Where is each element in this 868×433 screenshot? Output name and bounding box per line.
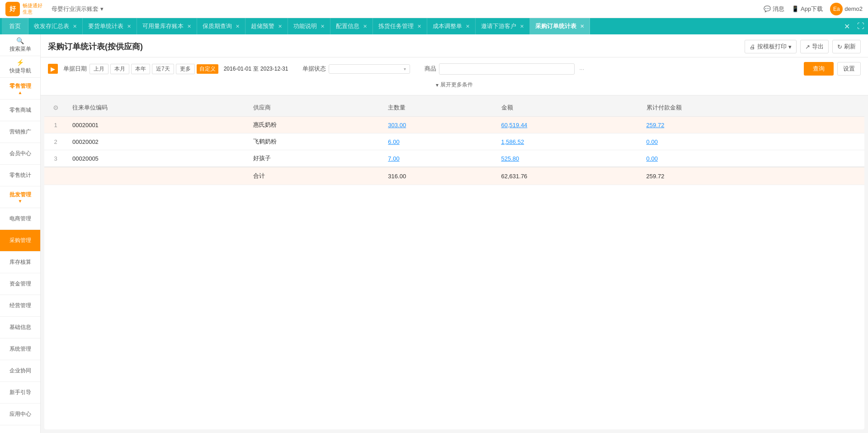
tab-home-label: 首页: [9, 22, 21, 30]
expand-more-btn[interactable]: ▾ 展开更多条件: [434, 79, 475, 90]
col-extra: [822, 99, 864, 117]
date-custom-label[interactable]: 自定义: [197, 64, 218, 74]
sidebar-item-label: 批发管理: [9, 191, 31, 199]
tab-home[interactable]: 首页: [2, 18, 28, 34]
col-paid: 累计付款金额: [641, 99, 822, 117]
sidebar-item-operation[interactable]: 经营管理: [0, 295, 40, 317]
chevron-up-icon: ▲: [18, 90, 23, 95]
tab-order-summary[interactable]: 要货单统计表 ✕: [83, 18, 137, 34]
query-button[interactable]: 查询: [804, 62, 834, 76]
expand-more-row: ▾ 展开更多条件: [48, 79, 861, 90]
sidebar-item-label: 经营管理: [9, 302, 31, 309]
date-filter-item: 单据日期 上月 本月 本年 近7天 更多 自定义: [63, 64, 218, 74]
row-paid: 0.00: [641, 150, 822, 167]
date-btn-more[interactable]: 更多: [176, 64, 195, 74]
chevron-down-icon: ▾: [404, 67, 406, 71]
sidebar-item-enterprise-wx[interactable]: 企业微信: [0, 425, 40, 433]
goods-filter-label: 商品: [425, 65, 436, 73]
breadcrumb-text[interactable]: 母婴行业演示账套 ▾: [52, 5, 104, 13]
table-row: 3 00020005 好孩子 7.00 525.80 0.00: [44, 150, 864, 167]
page-header: 采购订单统计表(按供应商) 🖨 按模板打印 ▾ ↗ 导出 ↻ 刷新: [41, 34, 868, 57]
sidebar-item-quick-nav[interactable]: ⚡ 快捷导航: [0, 56, 40, 78]
sidebar-item-new-guide[interactable]: 新手引导: [0, 382, 40, 404]
filter-row-1: ▶ 单据日期 上月 本月 本年 近7天 更多 自定义 2016-01-01: [48, 62, 861, 76]
tab-pick-task-close[interactable]: ✕: [417, 24, 421, 29]
goods-input[interactable]: [439, 63, 575, 75]
row-qty: 7.00: [382, 150, 495, 167]
tab-overstock[interactable]: 超储预警 ✕: [245, 18, 288, 34]
app-download-button[interactable]: 📱 App下载: [792, 5, 823, 13]
sidebar-item-app-center[interactable]: 应用中心: [0, 404, 40, 425]
tab-pick-task[interactable]: 拣货任务管理 ✕: [373, 18, 427, 34]
tab-config-info[interactable]: 配置信息 ✕: [330, 18, 373, 34]
setting-button[interactable]: 设置: [837, 62, 861, 76]
sidebar-item-marketing[interactable]: 营销推广: [0, 121, 40, 143]
row-qty: 303.00: [382, 117, 495, 133]
table-area: ⚙ 往来单位编码 供应商 主数量 金额 累计付款金额 1 00020001: [44, 99, 864, 429]
search-icon: 🔍: [16, 37, 24, 44]
sidebar-item-label: 新手引导: [9, 389, 31, 396]
sidebar-item-label: 资金管理: [9, 280, 31, 288]
tab-receive-summary[interactable]: 收发存汇总表 ✕: [28, 18, 83, 34]
sidebar-item-basic-info[interactable]: 基础信息: [0, 317, 40, 338]
sidebar-item-enterprise-coop[interactable]: 企业协同: [0, 360, 40, 382]
tab-overstock-close[interactable]: ✕: [278, 24, 282, 29]
table-row: 2 00020002 飞鹤奶粉 6.00 1,586.52 0.00: [44, 133, 864, 150]
status-select[interactable]: ▾: [329, 64, 410, 74]
print-button[interactable]: 🖨 按模板打印 ▾: [745, 40, 797, 53]
main-content: 采购订单统计表(按供应商) 🖨 按模板打印 ▾ ↗ 导出 ↻ 刷新: [41, 34, 868, 433]
tab-function-desc-close[interactable]: ✕: [321, 24, 325, 29]
tab-purchase-summary[interactable]: 采购订单统计表 ✕: [530, 18, 590, 34]
message-button[interactable]: 💬 消息: [764, 5, 784, 13]
sidebar-item-finance[interactable]: 资金管理: [0, 273, 40, 295]
date-btn-7days[interactable]: 近7天: [152, 64, 174, 74]
tab-invite-downstream-close[interactable]: ✕: [520, 24, 524, 29]
nav-close-button[interactable]: ✕: [842, 22, 852, 31]
footer-qty: 316.00: [382, 167, 495, 185]
sidebar-item-wholesale[interactable]: 批发管理 ▼: [0, 186, 40, 208]
tab-inventory-book[interactable]: 可用量库存账本 ✕: [137, 18, 197, 34]
tab-expiry-query[interactable]: 保质期查询 ✕: [197, 18, 245, 34]
sidebar-item-search[interactable]: 🔍 搜索菜单: [0, 34, 40, 56]
tab-receive-summary-close[interactable]: ✕: [73, 24, 77, 29]
tab-expiry-query-close[interactable]: ✕: [236, 24, 240, 29]
row-supplier: 好孩子: [248, 150, 382, 167]
tab-function-desc[interactable]: 功能说明 ✕: [288, 18, 330, 34]
date-btn-this-month[interactable]: 本月: [110, 64, 129, 74]
tab-inventory-book-close[interactable]: ✕: [187, 24, 191, 29]
top-right-area: 💬 消息 📱 App下载 Ea demo2: [764, 3, 863, 15]
sidebar-item-retail[interactable]: 零售管理 ▲: [0, 78, 40, 100]
print-icon: 🖨: [750, 43, 755, 50]
nav-fullscreen-button[interactable]: ⛶: [855, 22, 866, 30]
sidebar-item-retail-mall[interactable]: 零售商城: [0, 100, 40, 121]
row-paid: 0.00: [641, 133, 822, 150]
sidebar-item-label: 应用中心: [9, 410, 31, 418]
refresh-icon: ↻: [837, 43, 842, 50]
sidebar-item-member[interactable]: 会员中心: [0, 143, 40, 165]
col-code: 往来单位编码: [67, 99, 248, 117]
footer-amount: 62,631.76: [496, 167, 641, 185]
sidebar-item-ecommerce[interactable]: 电商管理: [0, 208, 40, 230]
row-code: 00020005: [67, 150, 248, 167]
tab-cost-adjust-close[interactable]: ✕: [466, 24, 470, 29]
settings-icon[interactable]: ⚙: [53, 104, 59, 111]
date-btn-this-year[interactable]: 本年: [131, 64, 150, 74]
date-btn-last-month[interactable]: 上月: [90, 64, 108, 74]
tab-purchase-summary-close[interactable]: ✕: [580, 24, 584, 29]
tab-cost-adjust[interactable]: 成本调整单 ✕: [427, 18, 476, 34]
user-menu[interactable]: Ea demo2: [830, 3, 863, 15]
sidebar-item-system[interactable]: 系统管理: [0, 338, 40, 360]
sidebar-item-label: 搜索菜单: [9, 45, 31, 53]
refresh-button[interactable]: ↻ 刷新: [832, 40, 861, 53]
tab-config-info-close[interactable]: ✕: [363, 24, 367, 29]
tab-order-summary-close[interactable]: ✕: [127, 24, 131, 29]
filter-toggle-btn[interactable]: ▶: [48, 64, 58, 74]
sidebar-item-purchase[interactable]: 采购管理: [0, 230, 40, 252]
ellipsis-icon[interactable]: ···: [579, 66, 584, 72]
table-header-row: ⚙ 往来单位编码 供应商 主数量 金额 累计付款金额: [44, 99, 864, 117]
export-button[interactable]: ↗ 导出: [800, 40, 829, 53]
sidebar-item-retail-stat[interactable]: 零售统计: [0, 165, 40, 186]
tab-invite-downstream[interactable]: 邀请下游客户 ✕: [476, 18, 530, 34]
sidebar-item-inventory[interactable]: 库存核算: [0, 252, 40, 273]
filter-dates: 上月 本月 本年 近7天 更多 自定义: [90, 64, 218, 74]
